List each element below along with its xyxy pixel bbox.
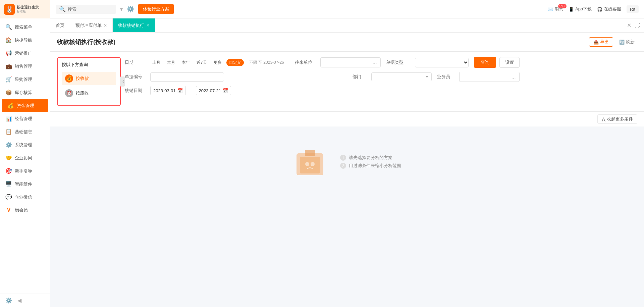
topbar: 🔍 ▾ ⚙️ 休验行业方案 ✉️ 消息 99+ 📱 App下载 🎧 在线客服 R… [50, 0, 644, 18]
dept-field[interactable]: ▾ [371, 72, 432, 81]
gear-icon[interactable]: ⚙️ [127, 5, 134, 13]
partner-label: 往来单位 [295, 59, 315, 65]
purchase-icon: 🛒 [5, 76, 12, 83]
close-tab-icon[interactable]: ✕ [627, 22, 631, 29]
verify-date-end[interactable]: 2023-07-21 📅 [196, 86, 231, 95]
page-header-actions: 📤 导出 🔄 刷新 [589, 37, 637, 51]
sidebar-item-label: 经营管理 [15, 116, 32, 122]
filter-option-by-receivable[interactable]: ⏰ 按应收 [62, 87, 116, 100]
collapse-sidebar-icon[interactable]: ◀ [17, 297, 21, 304]
sidebar-item-inventory[interactable]: 📦 库存核算 [0, 86, 50, 99]
collapse-more-btn[interactable]: ⋀ 收起更多条件 [597, 114, 637, 124]
sidebar-item-finance[interactable]: 💰 资金管理 [2, 99, 48, 112]
tabbar-actions: ✕ ⛶ [623, 18, 644, 32]
tab-close-payment[interactable]: ✕ [146, 23, 150, 28]
sidebar-item-wechat[interactable]: 💬 企业微信 [0, 191, 50, 204]
sidebar-item-label: 搜索菜单 [15, 24, 32, 30]
partner-field[interactable]: ... [320, 57, 381, 67]
tab-payment[interactable]: 收款核销执行 ✕ [113, 18, 155, 32]
sidebar-item-guide[interactable]: 🎯 新手引导 [0, 164, 50, 177]
expand-icon[interactable]: ⛶ [635, 22, 640, 29]
empty-tips: 1 请先选择要分析的方案 2 用过滤条件来缩小分析范围 [340, 155, 401, 169]
sidebar-item-label: 企业协同 [15, 155, 32, 161]
sidebar-item-label: 快捷导航 [15, 37, 32, 43]
search-icon: 🔍 [59, 6, 66, 12]
sidebar-item-quicknav[interactable]: 🏠 快捷导航 [0, 34, 50, 47]
sidebar-item-member[interactable]: V 畅会员 [0, 204, 50, 216]
online-service-btn[interactable]: 🎧 在线客服 [597, 6, 621, 12]
doc-type-select[interactable] [415, 58, 469, 67]
sales-icon: 💼 [5, 63, 12, 69]
filter-option-by-payment[interactable]: 💰 按收款 [62, 72, 116, 85]
app-download-btn[interactable]: 📱 App下载 [569, 6, 592, 12]
sidebar-item-label: 系统管理 [15, 142, 32, 148]
message-btn[interactable]: ✉️ 消息 99+ [548, 6, 563, 12]
verify-date-start[interactable]: 2023-03-01 📅 [150, 86, 186, 95]
setting-btn[interactable]: 设置 [499, 57, 520, 68]
sidebar-item-label: 畅会员 [15, 207, 28, 213]
topbar-actions: ✉️ 消息 99+ 📱 App下载 🎧 在线客服 Rit [548, 5, 639, 13]
empty-illustration [293, 147, 327, 177]
system-icon: ⚙️ [5, 142, 12, 148]
filter-row-2: 单据编号 部门 ▾ 业务员 ... [125, 72, 520, 82]
member-icon: V [5, 207, 12, 213]
svg-rect-4 [305, 150, 315, 156]
filter-row-1: 日期 上月 本月 本年 近7天 更多 自定义 不限 至 2023-07-26 [125, 57, 520, 68]
sidebar-item-sales[interactable]: 💼 销售管理 [0, 60, 50, 73]
search-input[interactable] [68, 7, 108, 12]
date-last-month[interactable]: 上月 [150, 59, 162, 66]
sidebar-item-hardware[interactable]: 🖥️ 智能硬件 [0, 177, 50, 191]
date-more[interactable]: 更多 [212, 59, 224, 66]
dropdown-icon[interactable]: ▾ [120, 6, 123, 12]
refresh-btn[interactable]: 🔄 刷新 [616, 37, 637, 47]
svg-rect-1 [300, 157, 320, 173]
doc-no-input[interactable] [150, 72, 224, 82]
export-btn[interactable]: 📤 导出 [589, 37, 613, 47]
hardware-icon: 🖥️ [5, 181, 12, 187]
refresh-icon: 🔄 [619, 40, 625, 45]
app-icon: 📱 [569, 7, 574, 12]
sidebar-item-label: 智能硬件 [15, 181, 32, 187]
tab-prepay[interactable]: 预付冲应付单 ✕ [70, 18, 113, 32]
marketing-icon: 📢 [5, 50, 12, 56]
sidebar-item-system[interactable]: ⚙️ 系统管理 [0, 138, 50, 151]
date-range-text: 不限 至 2023-07-26 [249, 60, 284, 65]
sidebar-item-enterprise[interactable]: 🤝 企业协同 [0, 151, 50, 164]
staff-field[interactable]: ... [459, 72, 520, 82]
industry-btn[interactable]: 休验行业方案 [138, 4, 174, 14]
sidebar-item-label: 新手引导 [15, 168, 32, 174]
user-info[interactable]: Rit [627, 5, 639, 13]
date-this-month[interactable]: 本月 [165, 59, 177, 66]
export-icon: 📤 [593, 40, 599, 45]
partner-more-icon[interactable]: ... [372, 59, 377, 65]
sidebar-bottom: ⚙️ ◀ [0, 294, 50, 307]
filter-row-3: 核销日期 2023-03-01 📅 — 2023-07-21 📅 [125, 86, 520, 95]
tab-home[interactable]: 首页 [50, 18, 70, 32]
staff-more-icon[interactable]: ... [511, 74, 516, 80]
page-title: 收款核销执行(按收款) [57, 38, 115, 51]
sidebar-item-search[interactable]: 🔍 搜索菜单 [0, 20, 50, 34]
svg-point-2 [305, 162, 309, 166]
sidebar-item-management[interactable]: 📊 经营管理 [0, 112, 50, 125]
date-this-year[interactable]: 本年 [180, 59, 192, 66]
filter-collapse-btn[interactable]: 《 [120, 76, 125, 87]
basic-info-icon: 📋 [5, 129, 12, 135]
doc-no-label: 单据编号 [125, 74, 145, 80]
sidebar-item-label: 营销推广 [15, 50, 32, 56]
cal-icon-start[interactable]: 📅 [177, 88, 183, 93]
svg-point-3 [311, 162, 315, 166]
settings-icon[interactable]: ⚙️ [5, 297, 12, 304]
sidebar-item-marketing[interactable]: 📢 营销推广 [0, 47, 50, 60]
home-icon: 🏠 [5, 37, 12, 43]
sidebar-item-basic-info[interactable]: 📋 基础信息 [0, 125, 50, 138]
sidebar-item-purchase[interactable]: 🛒 采购管理 [0, 73, 50, 86]
cal-icon-end[interactable]: 📅 [222, 88, 228, 93]
tab-close-prepay[interactable]: ✕ [104, 23, 107, 28]
sidebar: 🐰 畅捷通好生意 标准版 🔍 搜索菜单 🏠 快捷导航 📢 营销推广 💼 销售管理… [0, 0, 50, 307]
empty-tip-1: 1 请先选择要分析的方案 [340, 155, 401, 161]
topbar-search[interactable]: 🔍 [56, 5, 116, 14]
date-custom-btn[interactable]: 自定义 [226, 59, 244, 66]
query-btn[interactable]: 查询 [474, 57, 496, 68]
tip-num-1: 1 [340, 155, 346, 161]
date-7days[interactable]: 近7天 [195, 59, 209, 66]
